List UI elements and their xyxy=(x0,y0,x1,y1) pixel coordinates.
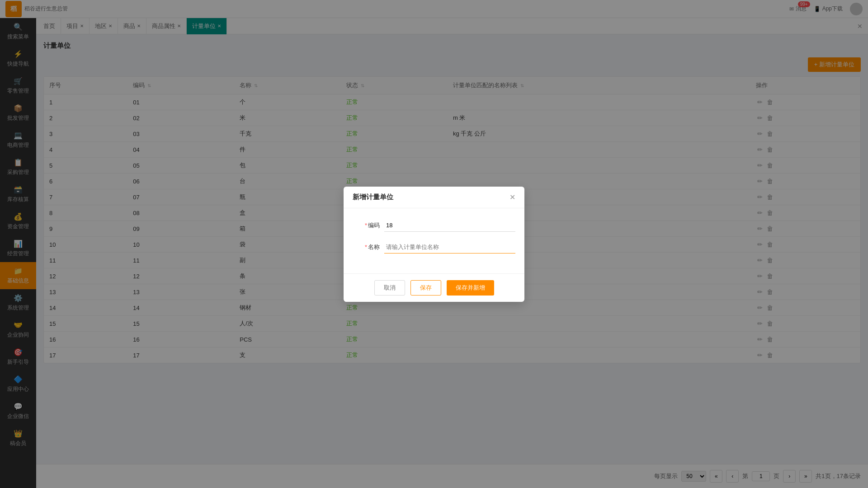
name-label: *名称 xyxy=(353,243,380,251)
modal-overlay: 新增计量单位 ✕ *编码 *名称 取消 保存 保存并新增 xyxy=(0,0,868,488)
code-field-row: *编码 xyxy=(353,219,515,232)
name-input[interactable] xyxy=(384,241,515,253)
name-field-row: *名称 xyxy=(353,241,515,253)
code-label: *编码 xyxy=(353,221,380,230)
save-and-new-button[interactable]: 保存并新增 xyxy=(447,280,494,296)
code-required-mark: * xyxy=(365,222,367,229)
save-button[interactable]: 保存 xyxy=(410,280,441,296)
modal-footer: 取消 保存 保存并新增 xyxy=(344,273,524,302)
modal-title: 新增计量单位 xyxy=(353,193,393,202)
cancel-button[interactable]: 取消 xyxy=(374,280,405,296)
modal-header: 新增计量单位 ✕ xyxy=(344,187,524,208)
modal-close-button[interactable]: ✕ xyxy=(509,193,515,202)
modal-body: *编码 *名称 xyxy=(344,208,524,273)
add-unit-modal: 新增计量单位 ✕ *编码 *名称 取消 保存 保存并新增 xyxy=(344,187,524,302)
name-required-mark: * xyxy=(365,244,367,250)
code-input[interactable] xyxy=(384,219,515,232)
